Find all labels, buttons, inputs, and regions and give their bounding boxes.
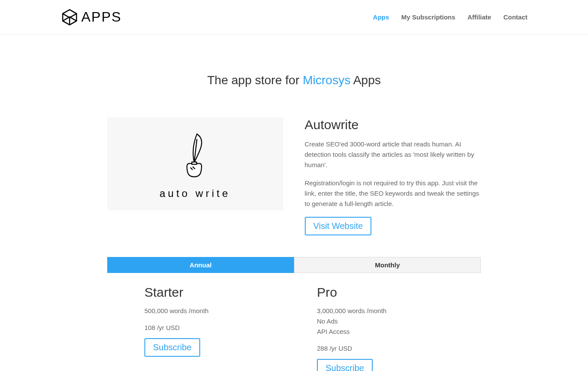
plan-starter-price: 108 /yr USD [144, 324, 308, 331]
svg-rect-5 [192, 162, 197, 164]
plan-pro-feature-2: No Ads [317, 316, 481, 327]
tab-annual[interactable]: Annual [107, 257, 294, 273]
logo-text: APPS [81, 9, 121, 25]
plan-starter: Starter 500,000 words /month 108 /yr USD… [107, 285, 308, 371]
product-desc-1: Create SEO'ed 3000-word article that rea… [305, 139, 481, 170]
product-image-text: auto write [160, 187, 230, 200]
header: APPS Apps My Subscriptions Affiliate Con… [0, 0, 588, 35]
product-desc-2: Registration/login is not required to tr… [305, 178, 481, 209]
pricing-plans: Starter 500,000 words /month 108 /yr USD… [107, 285, 481, 371]
product-image: auto write [107, 117, 283, 210]
nav-affiliate[interactable]: Affiliate [467, 13, 491, 21]
pricing-tabs: Annual Monthly [107, 257, 481, 273]
plan-pro-price: 288 /yr USD [317, 345, 481, 352]
plan-pro-name: Pro [317, 285, 481, 300]
tagline-link[interactable]: Microsys [303, 73, 350, 87]
product-info: Autowrite Create SEO'ed 3000-word articl… [305, 117, 481, 235]
nav-apps[interactable]: Apps [373, 13, 390, 21]
nav-contact[interactable]: Contact [503, 13, 527, 21]
tab-monthly[interactable]: Monthly [294, 257, 481, 273]
plan-starter-feature: 500,000 words /month [144, 306, 308, 316]
tagline-suffix: Apps [351, 73, 381, 87]
main-nav: Apps My Subscriptions Affiliate Contact [373, 13, 527, 21]
logo[interactable]: APPS [61, 8, 121, 26]
subscribe-pro-button[interactable]: Subscribe [317, 359, 373, 371]
page-tagline: The app store for Microsys Apps [0, 73, 588, 87]
plan-starter-name: Starter [144, 285, 308, 300]
visit-website-button[interactable]: Visit Website [305, 217, 372, 235]
plan-pro: Pro 3,000,000 words /month No Ads API Ac… [308, 285, 481, 371]
logo-icon [61, 8, 79, 26]
plan-pro-feature-1: 3,000,000 words /month [317, 306, 481, 316]
product-section: auto write Autowrite Create SEO'ed 3000-… [107, 117, 481, 235]
product-title: Autowrite [305, 117, 481, 132]
plan-pro-feature-3: API Access [317, 327, 481, 337]
nav-subscriptions[interactable]: My Subscriptions [401, 13, 455, 21]
tagline-prefix: The app store for [207, 73, 303, 87]
subscribe-starter-button[interactable]: Subscribe [144, 338, 200, 357]
quill-icon [176, 129, 214, 181]
